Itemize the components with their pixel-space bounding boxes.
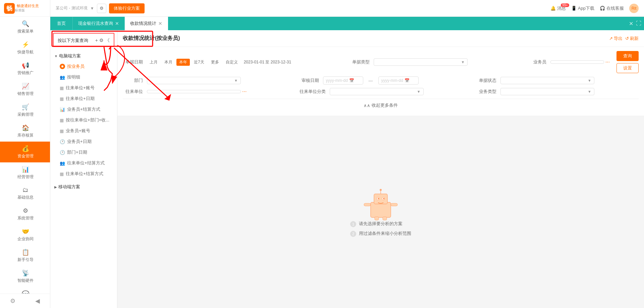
biz-type-select[interactable]: ▼ xyxy=(500,88,594,95)
scheme-item-by-salesperson[interactable]: 按业务员 xyxy=(50,61,117,72)
trial-button[interactable]: 体验行业方案 xyxy=(109,3,145,13)
desktop-scheme-group: ▼ 电脑端方案 按业务员 👥 按明细 ▦ 往来单位+账号 xyxy=(50,51,117,179)
window-close-icon[interactable]: ✕ xyxy=(629,20,633,27)
counterpart-category-select[interactable]: ▼ xyxy=(330,88,424,95)
header-gear-button[interactable]: ⚙ xyxy=(97,4,106,13)
header-right: 🔔 99+ 消息 📱 App下载 🎧 在线客服 Rit xyxy=(550,4,639,13)
people-icon: 👥 xyxy=(60,75,65,80)
sidebar-item-sales[interactable]: 📈 销售管理 xyxy=(0,79,50,100)
table-icon-4: ▦ xyxy=(60,129,64,134)
sidebar-item-purchase[interactable]: 🛒 采购管理 xyxy=(0,100,50,121)
sidebar-item-enterprise[interactable]: 🤝 企业协同 xyxy=(0,224,50,245)
filter-area: 单据日期 上月 本月 本年 近7天 更多 自定义 2023-01-01 至 20… xyxy=(117,47,644,116)
doc-status-select[interactable]: ▼ xyxy=(500,77,594,84)
date-tab-this-month[interactable]: 本月 xyxy=(162,59,175,66)
scheme-item-salesperson-settlement[interactable]: 📊 业务员+结算方式 xyxy=(50,104,117,115)
filter-scheme-title: 按以下方案查询 xyxy=(58,38,88,44)
sidebar-item-basic[interactable]: 🗂 基础信息 xyxy=(0,183,50,204)
notification-button[interactable]: 🔔 99+ 消息 xyxy=(550,5,566,11)
scheme-item-counterpart-account[interactable]: ▦ 往来单位+账号 xyxy=(50,83,117,93)
header-left: 某公司 - 测试环境 ▼ ⚙ 体验行业方案 xyxy=(56,3,145,13)
date-tab-custom[interactable]: 自定义 xyxy=(223,59,240,66)
date-tab-7days[interactable]: 近7天 xyxy=(191,59,207,66)
tab-home[interactable]: 首页 xyxy=(50,17,73,30)
sidebar-item-marketing[interactable]: 📢 营销推广 xyxy=(0,58,50,79)
dept-chevron-icon: ▼ xyxy=(234,79,238,83)
scheme-settings-icon[interactable]: ⚙ xyxy=(99,38,104,44)
settings-button[interactable]: 设置 xyxy=(616,63,639,73)
refresh-button[interactable]: ↺ 刷新 xyxy=(625,36,639,42)
biz-type-label: 业务类型 xyxy=(476,89,496,95)
doc-type-label: 单据类型 xyxy=(350,59,370,65)
mobile-scheme-group-header[interactable]: ▶ 移动端方案 xyxy=(50,182,117,192)
add-scheme-button[interactable]: + xyxy=(95,38,98,44)
scheme-item-counterpart-dept[interactable]: ▦ 按往来单位+部门+收... xyxy=(50,115,117,125)
download-icon: 📱 xyxy=(571,6,577,11)
scheme-item-salesperson-date[interactable]: 🕐 业务员+日期 xyxy=(50,136,117,147)
scheme-item-counterpart-settlement-1[interactable]: 👥 往来单位+结算方式 xyxy=(50,158,117,168)
sidebar-item-guide[interactable]: 📋 新手引导 xyxy=(0,245,50,266)
desktop-scheme-group-header[interactable]: ▼ 电脑端方案 xyxy=(50,51,117,61)
filter-row-1: 单据日期 上月 本月 本年 近7天 更多 自定义 2023-01-01 至 20… xyxy=(123,51,639,73)
date-range-display: 2023-01-01 至 2023-12-31 xyxy=(244,59,291,65)
empty-illustration xyxy=(357,184,404,221)
date-tabs: 上月 本月 本年 近7天 更多 自定义 2023-01-01 至 2023-12… xyxy=(147,59,291,66)
collapse-more-conditions[interactable]: ∧∧ 收起更多条件 xyxy=(123,99,639,112)
collapse-sidebar-icon[interactable]: ◀ xyxy=(35,297,40,305)
sidebar-item-hardware[interactable]: 📡 智能硬件 xyxy=(0,266,50,287)
biz-type-chevron-icon: ▼ xyxy=(588,90,591,94)
page-header-actions: ↗ 导出 ↺ 刷新 xyxy=(609,36,639,42)
tab-collection-stats[interactable]: 收款情况统计 ✕ xyxy=(125,17,168,30)
tab-close-bank-flow-icon[interactable]: ✕ xyxy=(115,21,119,26)
scheme-item-counterpart-date[interactable]: ▦ 往来单位+日期 xyxy=(50,93,117,104)
scheme-item-counterpart-settlement-2[interactable]: ▦ 往来单位+结算方式 xyxy=(50,168,117,179)
tab-bank-flow[interactable]: 现金银行流水查询 ✕ xyxy=(73,17,125,30)
query-button[interactable]: 查询 xyxy=(616,51,639,61)
salesperson-select[interactable] xyxy=(550,60,604,64)
guide-icon: 📋 xyxy=(22,249,29,256)
app-download-button[interactable]: 📱 App下载 xyxy=(571,5,594,11)
table-icon-1: ▦ xyxy=(60,86,64,91)
user-avatar[interactable]: Rit xyxy=(629,4,639,13)
page-title: 收款情况统计(按业务员) xyxy=(123,35,180,42)
scheme-item-dept-date[interactable]: 🕐 部门+日期 xyxy=(50,147,117,158)
sidebar-item-quick-nav[interactable]: ⚡ 快捷导航 xyxy=(0,38,50,58)
sidebar-item-operation[interactable]: 📊 经营管理 xyxy=(0,162,50,183)
date-tab-more[interactable]: 更多 xyxy=(208,59,222,66)
step-num-1: 1 xyxy=(350,221,356,227)
salesperson-more-icon[interactable]: ··· xyxy=(605,59,610,65)
tab-close-collection-stats-icon[interactable]: ✕ xyxy=(158,21,162,26)
sidebar-item-inventory[interactable]: 🏠 库存核算 xyxy=(0,121,50,142)
sidebar-item-search[interactable]: 🔍 搜索菜单 xyxy=(0,17,50,38)
empty-step-2: 2 用过滤条件来缩小分析范围 xyxy=(350,230,411,237)
online-service-button[interactable]: 🎧 在线客服 xyxy=(600,5,624,11)
empty-steps: 1 请先选择要分析的方案 2 用过滤条件来缩小分析范围 xyxy=(350,221,411,240)
collapse-panel-icon[interactable]: 《 xyxy=(105,38,110,44)
date-tab-last-month[interactable]: 上月 xyxy=(147,59,160,66)
purchase-icon: 🛒 xyxy=(22,103,29,111)
svg-rect-0 xyxy=(371,202,391,217)
window-controls: ✕ ⛶ xyxy=(626,17,644,30)
review-date-from[interactable]: yyyy-mm-dd 📅 xyxy=(323,76,363,85)
counterpart-select[interactable] xyxy=(147,90,241,93)
export-button[interactable]: ↗ 导出 xyxy=(609,36,623,42)
sidebar-item-wechat[interactable]: 💬 企业微信 xyxy=(0,287,50,294)
doc-type-select[interactable]: ▼ xyxy=(374,58,468,66)
settings-bottom-icon[interactable]: ⚙ xyxy=(10,297,15,305)
window-maximize-icon[interactable]: ⛶ xyxy=(636,20,641,27)
sidebar: 畅 畅捷通好生意 标准版 🔍 搜索菜单 ⚡ 快捷导航 📢 营销推广 📈 xyxy=(0,0,50,308)
dept-select[interactable]: ▼ xyxy=(147,77,241,84)
scheme-item-salesperson-account[interactable]: ▦ 业务员+账号 xyxy=(50,125,117,136)
filter-row-3: 往来单位 ··· 往来单位分类 ▼ xyxy=(123,88,639,95)
date-tab-this-year[interactable]: 本年 xyxy=(176,59,190,66)
breadcrumb-chevron-icon[interactable]: ▼ xyxy=(90,6,94,11)
svg-point-5 xyxy=(383,198,384,199)
scheme-item-by-detail[interactable]: 👥 按明细 xyxy=(50,72,117,83)
review-date-to[interactable]: yyyy-mm-dd 📅 xyxy=(378,76,419,85)
enterprise-icon: 🤝 xyxy=(22,228,29,235)
counterpart-more-icon[interactable]: ··· xyxy=(242,89,247,95)
logo-badge: 标准版 xyxy=(15,8,39,13)
operation-icon: 📊 xyxy=(22,166,29,173)
sidebar-item-system[interactable]: ⚙ 系统管理 xyxy=(0,204,50,224)
sidebar-item-finance[interactable]: 💰 资金管理 xyxy=(0,142,50,162)
